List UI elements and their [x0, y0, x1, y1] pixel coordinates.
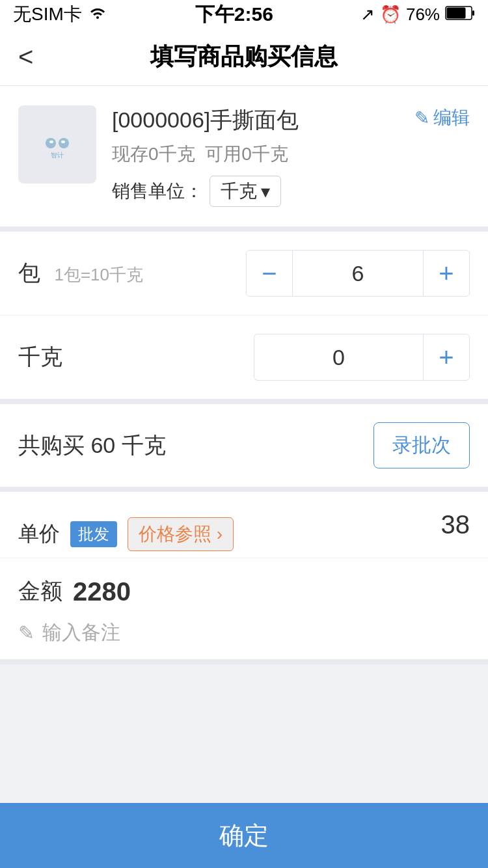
amount-value: 2280 — [73, 577, 131, 606]
bao-plus-button[interactable]: + — [423, 250, 470, 297]
confirm-button[interactable]: 确定 — [0, 803, 488, 868]
kg-controls: + — [254, 334, 470, 381]
bao-controls: − + — [246, 250, 470, 297]
price-ref-button[interactable]: 价格参照 › — [128, 517, 234, 551]
kg-plus-button[interactable]: + — [423, 334, 470, 381]
product-info: [0000006]手撕面包 ✎ 编辑 现存0千克 可用0千克 销售单位： 千克 … — [112, 105, 470, 207]
bao-quantity-row: 包 1包=10千克 − + — [0, 232, 488, 316]
record-batch-button[interactable]: 录批次 — [373, 422, 470, 468]
back-button[interactable]: < — [18, 42, 33, 72]
svg-rect-6 — [61, 141, 65, 143]
note-placeholder[interactable]: 输入备注 — [42, 619, 120, 646]
product-unit-row: 销售单位： 千克 ▾ — [112, 176, 470, 207]
amount-row: 金额 2280 — [18, 576, 470, 606]
note-row[interactable]: ✎ 输入备注 — [18, 619, 470, 646]
total-row: 共购买 60 千克 录批次 — [0, 404, 488, 492]
svg-text:智计: 智计 — [51, 152, 64, 159]
battery-icon — [445, 5, 475, 25]
price-tag: 批发 — [70, 521, 117, 547]
product-image: 智计 — [18, 105, 96, 183]
status-left: 无SIM卡 — [13, 2, 108, 27]
kg-label: 千克 — [18, 342, 254, 372]
quantity-section: 包 1包=10千克 − + 千克 + — [0, 232, 488, 404]
total-text: 共购买 60 千克 — [18, 431, 166, 461]
bao-input[interactable] — [293, 250, 423, 297]
total-amount: 60 — [90, 433, 115, 457]
bao-label: 包 1包=10千克 — [18, 258, 246, 288]
location-icon: ↗ — [360, 5, 375, 25]
nav-bar: < 填写商品购买信息 — [0, 29, 488, 86]
price-section: 单价 批发 价格参照 › 38 — [0, 492, 488, 558]
unit-selector[interactable]: 千克 ▾ — [210, 176, 281, 207]
pencil-icon: ✎ — [18, 621, 34, 644]
svg-rect-5 — [49, 141, 53, 143]
svg-rect-2 — [447, 7, 466, 18]
status-time: 下午2:56 — [195, 1, 273, 28]
price-value: 38 — [441, 510, 470, 558]
carrier-text: 无SIM卡 — [13, 2, 82, 27]
edit-icon: ✎ — [414, 107, 429, 129]
bao-hint: 1包=10千克 — [54, 265, 143, 284]
battery-text: 76% — [406, 5, 440, 25]
alarm-icon: ⏰ — [380, 5, 401, 25]
status-right: ↗ ⏰ 76% — [360, 5, 475, 25]
edit-button[interactable]: ✎ 编辑 — [414, 105, 470, 130]
product-logo-icon: 智计 — [38, 125, 77, 164]
bao-minus-button[interactable]: − — [246, 250, 293, 297]
price-label: 单价 — [18, 520, 60, 549]
chevron-down-icon: ▾ — [261, 181, 270, 202]
product-card: 智计 [0000006]手撕面包 ✎ 编辑 现存0千克 可用0千克 销售单位： … — [0, 86, 488, 232]
product-name: [0000006]手撕面包 — [112, 105, 299, 135]
status-bar: 无SIM卡 下午2:56 ↗ ⏰ 76% — [0, 0, 488, 29]
wifi-icon — [87, 4, 108, 25]
kg-input[interactable] — [254, 334, 423, 381]
svg-rect-1 — [472, 10, 474, 16]
amount-label: 金额 — [18, 576, 62, 606]
kg-quantity-row: 千克 + — [0, 316, 488, 399]
amount-section: 金额 2280 ✎ 输入备注 — [0, 558, 488, 664]
page-title: 填写商品购买信息 — [150, 41, 338, 73]
product-stock: 现存0千克 可用0千克 — [112, 142, 470, 167]
